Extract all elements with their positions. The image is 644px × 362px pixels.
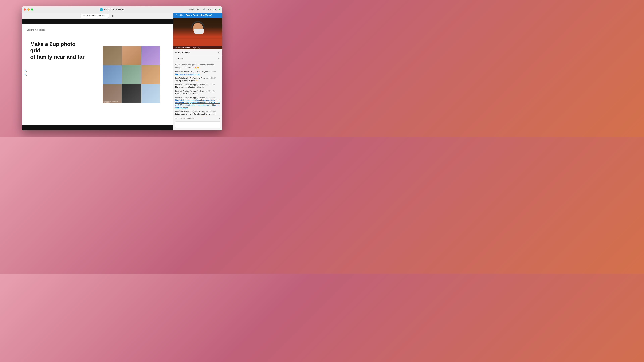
video-face [193,23,203,34]
separator2: | [206,8,207,11]
chat-meta-5: from Matt Creative Pro (Apple) to Everyo… [175,97,220,98]
slide-main-text: Make a 9up photo grid of family near and… [30,41,85,60]
chat-meta-2: from Alain Creative Pro (Apple) to Every… [175,77,220,79]
slide-text-line1: Make a 9up photo grid [30,41,76,53]
chat-sender-6: from Alain Creative Pro (Apple) to Every… [175,111,208,113]
photo-cell-3 [142,46,160,65]
chat-message-3: from Matt Creative Pro (Apple) to Everyo… [175,84,220,88]
chat-link-1[interactable]: https://www.priscillagragg.com [175,73,200,75]
chat-message-2: from Alain Creative Pro (Apple) to Every… [175,77,220,82]
photo-cell-6 [142,65,160,84]
chat-body-6: Let us know what your favorite emoji wou… [175,113,220,116]
photo-cell-4 [103,65,122,84]
chat-message-6: from Alain Creative Pro (Apple) to Every… [175,111,220,116]
connected-label: Connected [208,8,218,11]
titlebar: W Cisco Webex Events ℹ Event Info | 🎤 | … [22,6,222,13]
black-bar-bottom [22,125,173,130]
info-icon: ℹ [189,8,190,11]
photo-cell-2 [122,46,141,65]
speaking-name: Bobby Creative Pro (Apple) [186,14,212,16]
chat-meta-3: from Matt Creative Pro (Apple) to Everyo… [175,84,220,86]
chat-body-2: The joy in these is great ✨ [175,79,220,82]
photo-cell-1 [103,46,122,65]
minimize-button[interactable] [27,8,30,10]
video-person [173,18,222,49]
speaker-wave-icon: 🔊 [174,47,176,49]
participants-close-button[interactable]: ✕ [217,51,220,54]
zoom-out-button[interactable]: 🔍 [24,73,27,76]
chat-sender-5: from Matt Creative Pro (Apple) to Everyo… [175,97,208,98]
chat-messages[interactable]: Use the chat to ask questions or get inf… [173,62,222,116]
slide-content: Directing your subjects 🔍 🔍 ⊞ Make a 9up… [22,24,173,125]
participants-header-left: ▶ Participants [175,51,190,54]
chat-sender-1: from Alain Creative Pro (Apple) to Every… [175,71,208,73]
video-head [192,21,204,34]
chat-intro: Use the chat to ask questions or get inf… [175,63,220,69]
send-to-select[interactable]: All Panelists Everyone Attendees Only [184,117,217,119]
speaker-name-bar: 🔊 Bobby Creative Pro (Apple) [173,46,222,49]
connected-dot [219,9,220,10]
chat-body-1: https://www.priscillagragg.com [175,73,220,76]
app-window: W Cisco Webex Events ℹ Event Info | 🎤 | … [22,6,222,130]
chat-time-4: 10:19 AM [208,90,215,92]
speaker-name-text: Bobby Creative Pro (Apple) [178,46,200,49]
maximize-button[interactable] [31,8,33,10]
mic-icon: 🎤 [202,8,205,11]
separator: | [201,8,201,11]
chat-body-5: https://digitalassets-taa.cdn-apple.com/… [175,99,220,109]
window-title: Cisco Webex Events [104,8,124,11]
chat-body-3: I love how much fun they're having! [175,86,220,88]
photo-cell-7: Bags shown are recyclable and biodegrada… [103,84,122,103]
slide-left: Directing your subjects 🔍 🔍 ⊞ Make a 9up… [22,24,90,125]
chat-link-2[interactable]: https://digitalassets-taa.cdn-apple.com/… [175,99,220,109]
send-to-label: Send to: [175,117,182,119]
presenter-bar: Viewing Bobby Creative... ⊞ [22,13,173,19]
video-mask [194,29,204,34]
event-info-button[interactable]: ℹ Event Info [189,8,200,11]
chat-meta-4: from Matt Creative Pro (Apple) to Everyo… [175,90,220,92]
presentation-panel: Viewing Bobby Creative... ⊞ Directing yo… [22,13,173,130]
slide-right: Bags shown are recyclable and biodegrada… [90,24,173,125]
black-bar-top [22,19,173,24]
speaker-video: 🔊 Bobby Creative Pro (Apple) [173,18,222,49]
photo-caption: Bags shown are recyclable and biodegrada… [104,101,122,103]
event-info-label: Event Info [190,8,200,11]
zoom-controls: 🔍 🔍 ⊞ [24,69,27,80]
chat-message-1: from Alain Creative Pro (Apple) to Every… [175,71,220,76]
participants-label: Participants [178,51,190,54]
speaking-banner: Speaking: Bobby Creative Pro (Apple) [173,13,222,18]
participants-header[interactable]: ▶ Participants ✕ [173,49,222,55]
titlebar-center: W Cisco Webex Events [36,8,189,11]
titlebar-right: ℹ Event Info | 🎤 | Connected [189,8,220,11]
chat-label: Chat [178,57,183,60]
chat-header[interactable]: ▼ Chat ✕ [173,55,222,62]
send-to-bar: Send to: All Panelists Everyone Attendee… [173,116,222,120]
chat-message-4: from Matt Creative Pro (Apple) to Everyo… [175,90,220,95]
grid-view-icon[interactable]: ⊞ [111,14,114,17]
connected-button[interactable]: Connected [208,8,220,11]
send-to-chevron-icon: ▼ [219,117,220,119]
photo-cell-5 [122,65,141,84]
chat-time-1: 10:06 AM [209,71,216,73]
chat-sender-4: from Matt Creative Pro (Apple) to Everyo… [175,90,208,92]
chat-close-button[interactable]: ✕ [217,57,220,60]
traffic-lights [24,8,33,10]
zoom-in-button[interactable]: 🔍 [24,69,27,72]
chat-input[interactable] [175,121,220,128]
chat-header-left: ▼ Chat [175,57,183,60]
fit-button[interactable]: ⊞ [24,77,27,80]
photo-grid: Bags shown are recyclable and biodegrada… [103,46,160,103]
right-panel: Speaking: Bobby Creative Pro (Apple) 🔊 [173,13,222,130]
chat-sender-2: from Alain Creative Pro (Apple) to Every… [175,77,208,79]
chat-message-5: from Matt Creative Pro (Apple) to Everyo… [175,97,220,109]
close-button[interactable] [24,8,26,10]
chat-section: ▼ Chat ✕ Use the chat to ask questions o… [173,55,222,130]
chat-body-4: Here's a link to the project book: [175,92,220,95]
participants-chevron-icon: ▶ [175,51,176,53]
chat-time-2: 10:11 AM [209,77,216,79]
viewing-button[interactable]: Viewing Bobby Creative... [81,14,109,18]
chat-meta-1: from Alain Creative Pro (Apple) to Every… [175,71,220,73]
webex-icon: W [100,8,103,11]
chat-input-area [173,120,222,130]
chat-time-3: 10:11 AM [208,84,215,86]
